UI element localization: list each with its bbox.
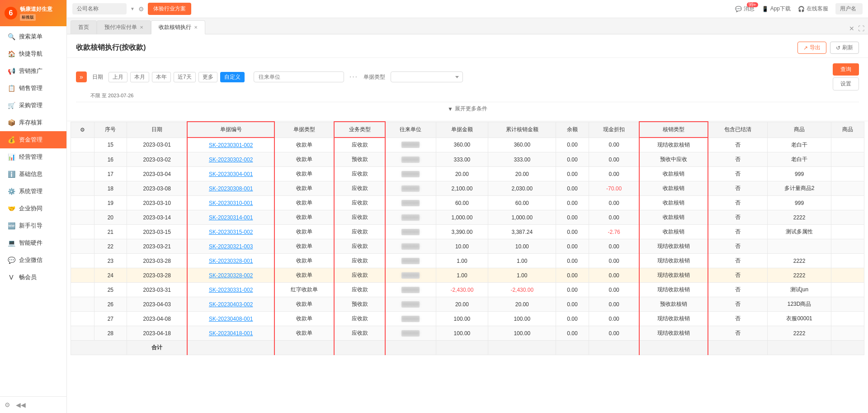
- col-header-amount: 单据金额: [436, 122, 488, 138]
- sidebar-label-search: 搜索菜单: [19, 33, 42, 41]
- cell-gear: [71, 239, 94, 254]
- bill-no-link[interactable]: SK-20230302-002: [209, 157, 253, 163]
- date-btn-custom[interactable]: 自定义: [220, 72, 245, 82]
- cell-cumulative: 100.00: [488, 326, 556, 341]
- user-menu[interactable]: 用户名: [835, 3, 863, 14]
- filter-settings-btn[interactable]: 设置: [833, 77, 859, 90]
- online-service-btn[interactable]: 🎧 在线客服: [798, 5, 828, 13]
- settings-icon[interactable]: ⚙: [5, 401, 10, 408]
- tab-receipt[interactable]: 收款核销执行 ✕: [151, 20, 205, 34]
- sidebar-item-hardware[interactable]: 💻智能硬件: [0, 234, 66, 252]
- sidebar-item-quicknav[interactable]: 🏠快捷导航: [0, 45, 66, 62]
- cell-product: 老白干: [767, 152, 831, 167]
- partner-input[interactable]: [254, 71, 344, 82]
- more-filters-icon[interactable]: ···: [349, 73, 358, 81]
- cell-gear: [71, 152, 94, 167]
- cell-biz-type: 应收款: [334, 210, 385, 225]
- date-btn-last-month[interactable]: 上月: [108, 72, 127, 82]
- cell-product: 测试jun: [767, 283, 831, 297]
- tab-home[interactable]: 首页: [71, 20, 97, 34]
- cell-cancel-type: 预收中应收: [639, 152, 708, 167]
- sidebar-label-inventory: 库存核算: [19, 119, 42, 127]
- bill-no-link[interactable]: SK-20230328-002: [209, 272, 253, 279]
- sidebar-label-collab: 企业协同: [19, 204, 42, 213]
- sidebar-item-marketing[interactable]: 📢营销推广: [0, 62, 66, 80]
- industry-btn[interactable]: 体验行业方案: [148, 3, 191, 15]
- bill-no-link[interactable]: SK-20230308-001: [209, 185, 253, 192]
- date-btn-more[interactable]: 更多: [198, 72, 217, 82]
- message-btn[interactable]: 💬 消息 99+: [735, 5, 755, 13]
- table-row: 20 2023-03-14 SK-20230314-001 收款单 应收款 XX…: [71, 210, 864, 225]
- sidebar-item-wechat[interactable]: 💬企业微信: [0, 252, 66, 269]
- bill-no-link[interactable]: SK-20230310-001: [209, 200, 253, 206]
- cell-biz-type: 应收款: [334, 239, 385, 254]
- sidebar-item-basic[interactable]: ℹ️基础信息: [0, 166, 66, 183]
- cell-biz-type: 应收款: [334, 225, 385, 239]
- cell-cumulative: 1.00: [488, 268, 556, 283]
- cell-date: 2023-03-21: [127, 239, 188, 254]
- tab-payable-close[interactable]: ✕: [140, 25, 143, 30]
- bill-no-link[interactable]: SK-20230315-002: [209, 229, 253, 235]
- cell-product2: [831, 239, 864, 254]
- cell-cumulative: 1,000.00: [488, 210, 556, 225]
- sidebar-item-guide[interactable]: 🆕新手引导: [0, 217, 66, 234]
- expand-filter-btn[interactable]: ▼ 展开更多条件: [448, 105, 487, 113]
- sidebar-item-inventory[interactable]: 📦库存核算: [0, 114, 66, 131]
- col-header-seq: 序号: [94, 122, 127, 138]
- bill-no-link[interactable]: SK-20230418-001: [209, 330, 253, 337]
- tab-payable[interactable]: 预付冲应付单 ✕: [97, 20, 151, 34]
- table-row: 26 2023-04-03 SK-20230403-002 收款单 预收款 XX…: [71, 297, 864, 312]
- tab-close-all-icon[interactable]: ✕: [849, 25, 854, 32]
- table-row: 15 2023-03-01 SK-20230301-002 收款单 应收款 XX…: [71, 138, 864, 152]
- sidebar-item-sales[interactable]: 📋销售管理: [0, 80, 66, 97]
- cell-amount: -2,430.00: [436, 283, 488, 297]
- date-btn-this-month[interactable]: 本月: [130, 72, 149, 82]
- sidebar-item-member[interactable]: V畅会员: [0, 269, 66, 286]
- sidebar-item-system[interactable]: ⚙️系统管理: [0, 183, 66, 200]
- cell-product2: [831, 297, 864, 312]
- tab-receipt-close[interactable]: ✕: [194, 25, 198, 30]
- bill-no-link[interactable]: SK-20230403-002: [209, 301, 253, 308]
- date-btn-this-year[interactable]: 本年: [152, 72, 171, 82]
- topbar-gear-icon[interactable]: ⚙: [138, 5, 144, 13]
- sidebar-item-collab[interactable]: 🤝企业协同: [0, 200, 66, 217]
- app-download-btn[interactable]: 📱 App下载: [762, 5, 791, 13]
- cell-date: 2023-03-04: [127, 167, 188, 181]
- refresh-btn[interactable]: ↺ 刷新: [830, 42, 859, 54]
- collapse-icon[interactable]: ◀◀: [16, 401, 26, 408]
- cell-product2: [831, 254, 864, 268]
- sidebar-item-operation[interactable]: 📊经营管理: [0, 148, 66, 166]
- sidebar-item-purchase[interactable]: 🛒采购管理: [0, 97, 66, 114]
- tab-fullscreen-icon[interactable]: ⛶: [858, 25, 864, 32]
- col-header-gear[interactable]: ⚙: [71, 122, 94, 138]
- system-icon: ⚙️: [7, 188, 15, 195]
- cell-discount: 0.00: [589, 268, 639, 283]
- bill-no-link[interactable]: SK-20230304-001: [209, 171, 253, 177]
- bill-no-link[interactable]: SK-20230328-001: [209, 258, 253, 264]
- query-btn[interactable]: 查询: [833, 63, 859, 76]
- cell-bill-type: 红字收款单: [274, 283, 334, 297]
- sidebar-item-search[interactable]: 🔍搜索菜单: [0, 28, 66, 45]
- cell-partner: XXXXX: [385, 138, 436, 152]
- receipt-type-select[interactable]: [391, 71, 463, 82]
- company-selector[interactable]: 公司名称: [72, 3, 127, 14]
- bill-no-link[interactable]: SK-20230314-001: [209, 214, 253, 221]
- date-options: 上月 本月 本年 近7天 更多 自定义: [108, 72, 245, 82]
- table-row: 19 2023-03-10 SK-20230310-001 收款单 应收款 XX…: [71, 196, 864, 210]
- cell-bill-type: 收款单: [274, 181, 334, 196]
- cell-discount: 0.00: [589, 196, 639, 210]
- company-dropdown-icon[interactable]: ▼: [130, 6, 135, 11]
- cell-product2: [831, 312, 864, 326]
- filter-toggle-btn[interactable]: »: [76, 71, 87, 82]
- wechat-icon: 💬: [7, 256, 15, 264]
- export-btn[interactable]: ↗ 导出: [797, 42, 826, 54]
- cell-include-settled: 否: [708, 196, 767, 210]
- cell-balance: 0.00: [556, 196, 589, 210]
- bill-no-link[interactable]: SK-20230321-003: [209, 243, 253, 250]
- bill-no-link[interactable]: SK-20230301-002: [209, 142, 253, 148]
- bill-no-link[interactable]: SK-20230331-002: [209, 287, 253, 293]
- bill-no-link[interactable]: SK-20230408-001: [209, 316, 253, 322]
- filter-row-main: » 日期 上月 本月 本年 近7天 更多 自定义 ··· 单据类型 查: [76, 63, 859, 90]
- date-btn-7days[interactable]: 近7天: [174, 72, 196, 82]
- sidebar-item-finance[interactable]: 💰资金管理: [0, 131, 66, 148]
